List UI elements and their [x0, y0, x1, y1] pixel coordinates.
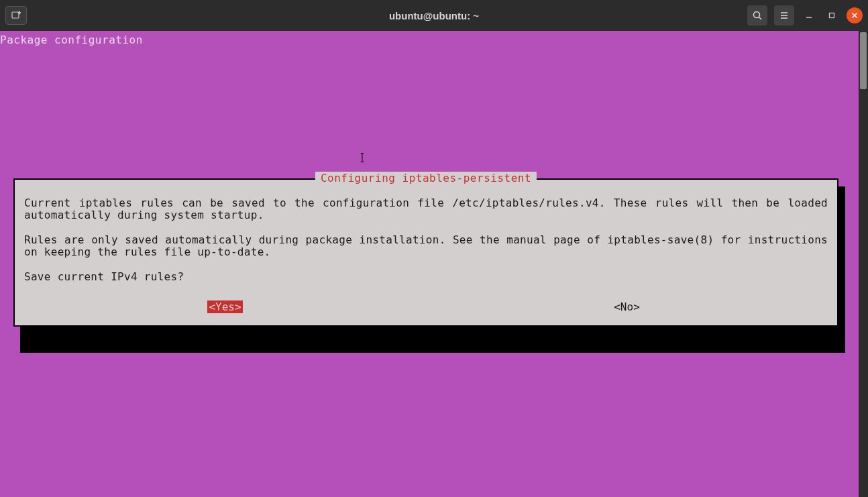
maximize-icon	[828, 11, 836, 19]
package-config-header: Package configuration	[0, 34, 143, 46]
titlebar-right-group	[747, 5, 863, 25]
titlebar-left-group	[5, 6, 27, 25]
config-dialog: Configuring iptables-persistent Current …	[13, 178, 838, 327]
search-button[interactable]	[747, 5, 767, 25]
text-cursor	[360, 152, 365, 164]
menu-button[interactable]	[774, 5, 794, 25]
dialog-title-wrap: Configuring iptables-persistent	[315, 172, 537, 184]
dialog-paragraph-1: Current iptables rules can be saved to t…	[24, 197, 828, 222]
dialog-paragraph-2: Rules are only saved automatically durin…	[24, 234, 828, 259]
no-button[interactable]: <No>	[614, 300, 640, 313]
hamburger-icon	[779, 10, 790, 21]
svg-line-2	[759, 17, 762, 20]
new-tab-icon	[11, 10, 21, 21]
yes-button[interactable]: <Yes>	[207, 300, 242, 313]
yes-button-container: <Yes>	[24, 300, 426, 313]
minimize-button[interactable]	[801, 7, 817, 23]
close-button[interactable]	[847, 7, 863, 23]
terminal-scrollbar[interactable]	[859, 31, 868, 497]
minimize-icon	[805, 11, 813, 19]
dialog-title: Configuring iptables-persistent	[321, 172, 531, 184]
svg-point-1	[754, 12, 760, 18]
dialog-content: Current iptables rules can be saved to t…	[15, 185, 837, 300]
search-icon	[752, 10, 763, 21]
dialog-button-row: <Yes> <No>	[15, 300, 837, 320]
maximize-button[interactable]	[824, 7, 840, 23]
dialog-question: Save current IPv4 rules?	[24, 271, 828, 283]
window-titlebar: ubuntu@ubuntu: ~	[0, 0, 868, 31]
new-tab-button[interactable]	[5, 6, 27, 25]
close-icon	[851, 12, 858, 19]
window-title: ubuntu@ubuntu: ~	[389, 10, 479, 21]
scrollbar-thumb[interactable]	[860, 32, 867, 89]
no-button-container: <No>	[426, 300, 828, 313]
terminal-viewport[interactable]: Package configuration Configuring iptabl…	[0, 31, 868, 497]
svg-rect-7	[830, 13, 834, 18]
